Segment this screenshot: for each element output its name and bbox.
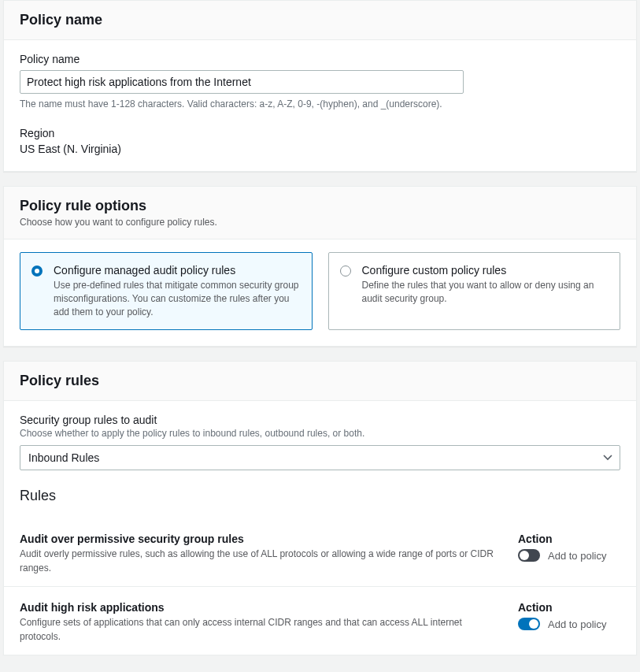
add-to-policy-text: Add to policy (548, 550, 606, 562)
action-control: Add to policy (518, 549, 620, 562)
rule-desc: Audit overly permissive rules, such as a… (20, 548, 502, 575)
option-desc: Define the rules that you want to allow … (362, 279, 609, 306)
policy-rule-options-body: Configure managed audit policy rules Use… (4, 239, 636, 346)
radio-icon (340, 265, 351, 277)
policy-rules-panel: Policy rules Security group rules to aud… (3, 361, 637, 655)
policy-rule-options-panel: Policy rule options Choose how you want … (3, 186, 637, 347)
audit-select-wrap: Inbound Rules (20, 445, 620, 470)
policy-rule-options-header: Policy rule options Choose how you want … (4, 187, 636, 239)
option-managed-audit[interactable]: Configure managed audit policy rules Use… (20, 252, 313, 330)
audit-desc: Choose whether to apply the policy rules… (20, 428, 620, 439)
policy-name-input[interactable] (20, 70, 464, 94)
policy-name-panel: Policy name Policy name The name must ha… (3, 0, 637, 172)
option-row: Configure managed audit policy rules Use… (20, 252, 620, 330)
policy-rule-options-subtitle: Choose how you want to configure policy … (20, 217, 620, 228)
rules-heading: Rules (20, 488, 620, 504)
policy-rules-body: Security group rules to audit Choose whe… (4, 401, 636, 655)
policy-name-hint: The name must have 1-128 characters. Val… (20, 98, 620, 110)
action-label: Action (518, 533, 620, 545)
rule-name: Audit over permissive security group rul… (20, 533, 502, 545)
rule-left: Audit over permissive security group rul… (20, 533, 518, 575)
rule-row-over-permissive: Audit over permissive security group rul… (20, 518, 620, 586)
audit-select[interactable]: Inbound Rules (20, 445, 620, 470)
option-title: Configure custom policy rules (362, 264, 609, 277)
policy-name-body: Policy name The name must have 1-128 cha… (4, 40, 636, 171)
add-to-policy-toggle[interactable] (518, 549, 540, 562)
policy-name-field-label: Policy name (20, 53, 620, 65)
region-label: Region (20, 127, 620, 139)
rule-right: Action Add to policy (518, 601, 620, 630)
rule-right: Action Add to policy (518, 533, 620, 562)
rule-left: Audit high risk applications Configure s… (20, 601, 518, 644)
region-value: US East (N. Virginia) (20, 143, 620, 155)
audit-label: Security group rules to audit (20, 414, 620, 426)
rule-row-high-risk: Audit high risk applications Configure s… (20, 587, 620, 655)
action-label: Action (518, 601, 620, 614)
policy-rules-title: Policy rules (20, 373, 620, 389)
region-block: Region US East (N. Virginia) (20, 127, 620, 155)
add-to-policy-text: Add to policy (548, 618, 606, 630)
option-custom-rules[interactable]: Configure custom policy rules Define the… (328, 252, 621, 330)
policy-name-title: Policy name (20, 12, 620, 28)
rule-name: Audit high risk applications (20, 601, 502, 614)
policy-rule-options-title: Policy rule options (20, 198, 620, 214)
option-title: Configure managed audit policy rules (54, 264, 301, 277)
radio-icon (31, 265, 43, 277)
policy-name-header: Policy name (4, 1, 636, 40)
policy-rules-header: Policy rules (4, 362, 636, 401)
add-to-policy-toggle[interactable] (518, 618, 540, 630)
option-desc: Use pre-defined rules that mitigate comm… (54, 279, 301, 318)
rule-desc: Configure sets of applications that can … (20, 616, 502, 644)
action-control: Add to policy (518, 618, 620, 630)
